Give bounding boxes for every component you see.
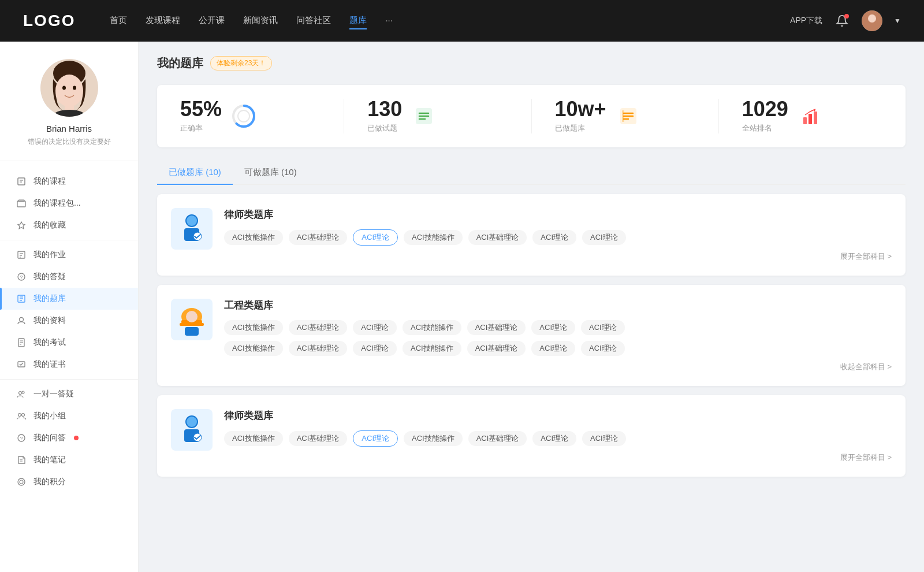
nav-open-course[interactable]: 公开课 — [199, 13, 225, 29]
done-banks-icon — [616, 103, 641, 129]
tag-5[interactable]: ACI理论 — [532, 230, 576, 245]
svg-point-1 — [868, 14, 876, 23]
notification-bell[interactable] — [834, 13, 850, 29]
sidebar-item-my-qa[interactable]: ? 我的问答 — [0, 427, 138, 449]
eng-tag-r1-0[interactable]: ACI技能操作 — [224, 320, 283, 335]
my-group-icon — [16, 411, 27, 421]
svg-point-39 — [20, 480, 23, 484]
svg-rect-52 — [803, 117, 807, 124]
sidebar-item-my-points[interactable]: 我的积分 — [0, 471, 138, 493]
tab-available-banks[interactable]: 可做题库 (10) — [233, 161, 308, 184]
qbank-header-lawyer-2: 律师类题库 ACI技能操作 ACI基础理论 ACI理论 ACI技能操作 ACI基… — [171, 409, 892, 463]
qbank-lawyer-icon — [171, 208, 213, 250]
stat-accuracy-value: 55% — [180, 99, 222, 120]
l2-tag-6[interactable]: ACI理论 — [582, 431, 626, 446]
svg-point-30 — [19, 392, 22, 395]
app-download-link[interactable]: APP下载 — [790, 16, 822, 26]
sidebar-item-my-group[interactable]: 我的小组 — [0, 405, 138, 427]
eng-tag-r2-1[interactable]: ACI基础理论 — [289, 341, 348, 356]
sidebar-item-my-course-package[interactable]: 我的课程包... — [0, 192, 138, 214]
sidebar-item-my-courses[interactable]: 我的课程 — [0, 170, 138, 192]
nav-qa[interactable]: 问答社区 — [296, 13, 331, 29]
eng-tag-r1-1[interactable]: ACI基础理论 — [289, 320, 348, 335]
qbank-header-lawyer-1: 律师类题库 ACI技能操作 ACI基础理论 ACI理论 ACI技能操作 ACI基… — [171, 208, 892, 262]
l2-tag-5[interactable]: ACI理论 — [532, 431, 576, 446]
nav-home[interactable]: 首页 — [110, 13, 127, 29]
sidebar-item-my-exam[interactable]: 我的考试 — [0, 332, 138, 354]
tag-1[interactable]: ACI基础理论 — [289, 230, 348, 245]
eng-tag-r2-4[interactable]: ACI基础理论 — [467, 341, 526, 356]
eng-tag-r1-5[interactable]: ACI理论 — [531, 320, 575, 335]
stat-done-questions: 130 已做试题 — [344, 99, 531, 133]
svg-point-67 — [187, 417, 197, 427]
stat-done-banks-label: 已做题库 — [555, 123, 606, 133]
svg-point-64 — [186, 311, 198, 322]
menu-divider-1 — [0, 240, 138, 240]
logo: LOGO — [23, 12, 75, 30]
expand-btn-lawyer-2[interactable]: 展开全部科目 > — [224, 452, 892, 463]
sidebar-item-one-on-one[interactable]: 一对一答疑 — [0, 383, 138, 405]
sidebar-username: Brian Harris — [46, 124, 92, 133]
l2-tag-0[interactable]: ACI技能操作 — [224, 431, 283, 446]
qa-badge-dot — [74, 436, 79, 440]
sidebar-item-my-qa-label: 我的问答 — [33, 433, 66, 443]
tag-4[interactable]: ACI基础理论 — [468, 230, 527, 245]
stat-rank-text: 1029 全站排名 — [742, 99, 788, 133]
nav-discover[interactable]: 发现课程 — [146, 13, 180, 29]
l2-tag-1[interactable]: ACI基础理论 — [289, 431, 348, 446]
l2-tag-4[interactable]: ACI基础理论 — [468, 431, 527, 446]
tab-done-banks[interactable]: 已做题库 (10) — [157, 161, 233, 184]
nav-more[interactable]: ··· — [385, 13, 393, 29]
sidebar-item-my-questions[interactable]: ? 我的答疑 — [0, 266, 138, 288]
navbar: LOGO 首页 发现课程 公开课 新闻资讯 问答社区 题库 ··· APP下载 … — [0, 0, 924, 42]
nav-news[interactable]: 新闻资讯 — [243, 13, 278, 29]
svg-point-24 — [20, 318, 24, 322]
svg-point-5 — [62, 86, 66, 90]
collapse-btn-engineer[interactable]: 收起全部科目 > — [224, 362, 892, 372]
svg-point-33 — [22, 414, 25, 417]
eng-tag-r1-3[interactable]: ACI技能操作 — [403, 320, 461, 335]
sidebar-item-my-homework[interactable]: 我的作业 — [0, 244, 138, 266]
user-avatar-nav[interactable] — [862, 10, 882, 31]
nav-question-bank[interactable]: 题库 — [349, 13, 367, 29]
tag-2-active[interactable]: ACI理论 — [353, 229, 398, 246]
sidebar-item-my-certificate[interactable]: 我的证书 — [0, 354, 138, 376]
svg-point-31 — [22, 391, 24, 393]
tag-0[interactable]: ACI技能操作 — [224, 230, 283, 245]
stat-accuracy: 55% 正确率 — [157, 99, 344, 133]
l2-tag-3[interactable]: ACI技能操作 — [404, 431, 463, 446]
expand-btn-lawyer-1[interactable]: 展开全部科目 > — [224, 251, 892, 262]
stat-done-questions-text: 130 已做试题 — [367, 99, 402, 133]
eng-tag-r2-5[interactable]: ACI理论 — [531, 341, 575, 356]
menu-divider-2 — [0, 379, 138, 380]
qbank-tags-lawyer-2: ACI技能操作 ACI基础理论 ACI理论 ACI技能操作 ACI基础理论 AC… — [224, 430, 892, 447]
rank-icon — [798, 103, 823, 129]
sidebar-item-my-favorites[interactable]: 我的收藏 — [0, 214, 138, 236]
eng-tag-r1-6[interactable]: ACI理论 — [581, 320, 625, 335]
favorites-icon — [16, 220, 27, 231]
eng-tag-r1-2[interactable]: ACI理论 — [353, 320, 397, 335]
eng-tag-r2-3[interactable]: ACI技能操作 — [403, 341, 461, 356]
user-avatar — [40, 59, 98, 117]
svg-rect-62 — [180, 323, 204, 326]
eng-tag-r2-2[interactable]: ACI理论 — [353, 341, 397, 356]
eng-tag-r2-6[interactable]: ACI理论 — [581, 341, 625, 356]
qbank-title-lawyer-1: 律师类题库 — [224, 208, 892, 221]
sidebar-item-my-notes[interactable]: 我的笔记 — [0, 449, 138, 471]
tag-3[interactable]: ACI技能操作 — [404, 230, 463, 245]
sidebar-item-my-qbank[interactable]: 我的题库 — [0, 288, 138, 310]
stat-done-questions-label: 已做试题 — [367, 123, 402, 133]
sidebar-item-my-courses-label: 我的课程 — [33, 176, 66, 187]
sidebar-item-my-data[interactable]: 我的资料 — [0, 310, 138, 332]
l2-tag-2-active[interactable]: ACI理论 — [353, 430, 398, 447]
eng-tag-r2-0[interactable]: ACI技能操作 — [224, 341, 283, 356]
tag-6[interactable]: ACI理论 — [582, 230, 626, 245]
qbank-content-lawyer-2: 律师类题库 ACI技能操作 ACI基础理论 ACI理论 ACI技能操作 ACI基… — [224, 409, 892, 463]
user-dropdown-arrow[interactable]: ▼ — [894, 17, 901, 25]
my-qa-icon: ? — [16, 433, 27, 443]
qbank-card-engineer: 工程类题库 ACI技能操作 ACI基础理论 ACI理论 ACI技能操作 ACI基… — [157, 285, 906, 386]
qbank-engineer-icon — [171, 299, 213, 340]
eng-tag-r1-4[interactable]: ACI基础理论 — [467, 320, 526, 335]
nav-menu: 首页 发现课程 公开课 新闻资讯 问答社区 题库 ··· — [110, 13, 767, 29]
main-content: 我的题库 体验剩余23天！ 55% 正确率 — [139, 42, 924, 572]
